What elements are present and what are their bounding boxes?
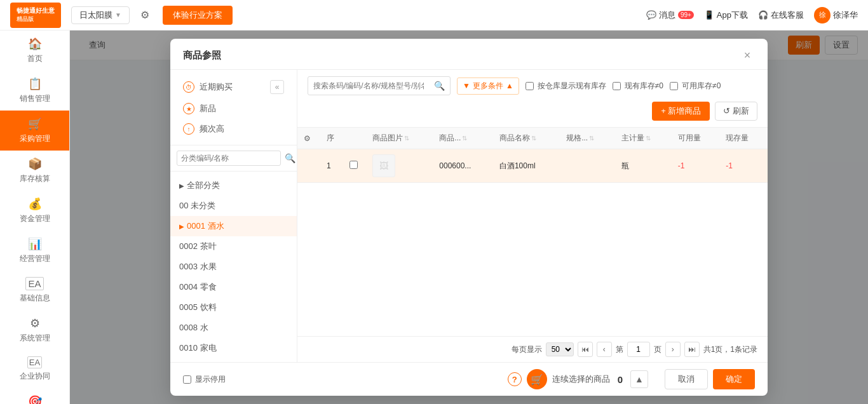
recent-icon: ⏱ [183,81,194,93]
toolbar-right: + 新增商品 ↺ 刷新 [652,102,757,121]
product-table: ⚙ 序 商品图片⇅ 商品...⇅ [297,128,768,183]
messages-nav-item[interactable]: 💬 消息 99+ [646,10,694,21]
enterprise-icon: EA [27,356,42,368]
category-list: ▶ 全部分类 00 未分类 ▶ 0001 酒水 0002 茶 [170,172,297,362]
warehouse-stock-checkbox[interactable] [526,82,534,90]
cell-available: -1 [672,149,720,183]
category-search-section: 🔍 [170,145,297,172]
message-icon: 💬 [646,10,656,20]
sidebar-item-inventory[interactable]: 📦 库存核算 [0,151,69,191]
page-suffix-label: 页 [654,344,661,355]
modal-right-panel: 🔍 ▼ 更多条件 ▲ 按仓库显示现有库存 [297,70,768,362]
add-product-button[interactable]: + 新增商品 [652,102,710,121]
help-icon-button[interactable]: ? [508,372,522,386]
next-page-button[interactable]: › [665,342,681,357]
store-selector[interactable]: 日太阳膜 ▼ [71,6,130,24]
trial-btn[interactable]: 体验行业方案 [163,6,233,25]
sidebar: 🏠 首页 📋 销售管理 🛒 采购管理 📦 库存核算 💰 资金管理 📊 经营管理 … [0,30,70,404]
modal-title: 商品参照 [183,50,221,62]
avatar: 徐 [814,7,831,24]
cell-spec [560,149,614,183]
app-download-item[interactable]: 📱 App下载 [704,10,748,21]
category-0008[interactable]: 0008 水 [170,318,297,338]
settings-gear-icon[interactable]: ⚙ [135,5,155,25]
quick-nav-new[interactable]: ★ 新品 [177,99,290,118]
message-badge: 99+ [678,11,694,19]
content-area: 查询 刷新 设置 商品参照 × [70,30,868,404]
new-product-icon: ★ [183,103,194,114]
cancel-button[interactable]: 取消 [665,369,708,389]
row-checkbox[interactable] [349,161,358,169]
product-thumbnail: 🖼 [372,154,395,177]
continue-select-label: 连续选择的商品 [552,374,610,385]
category-search-icon[interactable]: 🔍 [285,153,295,163]
quick-nav-recent[interactable]: ⏱ 近期购买 « [177,76,290,98]
footer-center: ? 🛒 连续选择的商品 0 ▲ [508,369,648,389]
th-code: 商品...⇅ [433,128,493,149]
product-search-button[interactable]: 🔍 [429,81,450,91]
sidebar-item-operation[interactable]: 📊 经营管理 [0,231,69,271]
cell-unit: 瓶 [615,149,672,183]
collapse-nav-button[interactable]: « [270,80,284,94]
category-all[interactable]: ▶ 全部分类 [170,175,297,196]
show-disabled-checkbox[interactable] [183,375,191,384]
image-placeholder-icon: 🖼 [379,161,388,171]
refresh-button[interactable]: ↺ 刷新 [715,102,757,121]
category-0010[interactable]: 0010 家电 [170,338,297,358]
sales-icon: 📋 [28,77,42,91]
nonzero-available-checkbox[interactable] [670,82,678,90]
collapse-up-button[interactable]: ▲ [630,370,648,388]
modal-close-button[interactable]: × [740,48,755,63]
modal-header: 商品参照 × [170,39,768,70]
more-filters-button[interactable]: ▼ 更多条件 ▲ [457,77,519,95]
category-00[interactable]: 00 未分类 [170,196,297,216]
online-service-item[interactable]: 🎧 在线客服 [758,10,804,21]
sidebar-item-system[interactable]: ⚙ 系统管理 [0,310,69,350]
sidebar-item-basic[interactable]: EA 基础信息 [0,271,69,310]
first-page-button[interactable]: ⏮ [578,342,593,357]
per-page-label: 每页显示 [512,344,542,355]
store-selector-arrow-icon: ▼ [115,11,121,18]
sidebar-item-guide[interactable]: 🎯 新手引导 [0,388,69,404]
home-icon: 🏠 [28,37,42,51]
image-sort-icon[interactable]: ⇅ [404,135,409,142]
expand-icon: ▶ [179,182,184,189]
sidebar-item-enterprise[interactable]: EA 企业协同 [0,350,69,388]
frequent-icon: ↑ [183,123,194,135]
quick-nav-frequent[interactable]: ↑ 频次高 [177,119,290,138]
product-reference-modal: 商品参照 × ⏱ 近期购买 [170,39,768,396]
category-search-input[interactable] [177,151,281,166]
category-0002[interactable]: 0002 茶叶 [170,236,297,257]
modal-body: ⏱ 近期购买 « ★ 新品 ↑ [170,70,768,362]
category-0001[interactable]: ▶ 0001 酒水 [170,216,297,236]
unit-sort-icon[interactable]: ⇅ [646,135,651,142]
per-page-select[interactable]: 50 [546,342,574,356]
user-profile-item[interactable]: 徐 徐泽华 [814,7,858,24]
prev-page-button[interactable]: ‹ [597,342,612,357]
sidebar-item-purchase[interactable]: 🛒 采购管理 [0,111,69,151]
category-0005[interactable]: 0005 饮料 [170,297,297,318]
page-number-input[interactable] [627,342,650,357]
code-sort-icon[interactable]: ⇅ [462,135,467,142]
th-stock: 现存量 [719,128,768,149]
spec-sort-icon[interactable]: ⇅ [589,135,594,142]
sidebar-item-finance[interactable]: 💰 资金管理 [0,191,69,231]
nonzero-stock-checkbox[interactable] [613,82,621,90]
cell-seq: 1 [320,149,343,183]
name-sort-icon[interactable]: ⇅ [531,135,536,142]
product-search-input[interactable] [308,81,429,90]
cart-icon-button[interactable]: 🛒 [527,369,547,389]
modal-overlay: 商品参照 × ⏱ 近期购买 [70,30,868,404]
table-row[interactable]: 1 🖼 [297,149,768,183]
finance-icon: 💰 [28,197,42,211]
product-search-bar: 🔍 [308,76,451,95]
filter-icon: ▼ [463,81,470,90]
category-0004[interactable]: 0004 零食 [170,277,297,297]
th-check [343,128,366,149]
confirm-button[interactable]: 确定 [713,369,755,389]
last-page-button[interactable]: ⏭ [684,342,700,357]
sidebar-item-home[interactable]: 🏠 首页 [0,30,69,71]
category-0003[interactable]: 0003 水果 [170,257,297,277]
sidebar-item-sales[interactable]: 📋 销售管理 [0,71,69,111]
column-settings-icon[interactable]: ⚙ [304,134,311,143]
